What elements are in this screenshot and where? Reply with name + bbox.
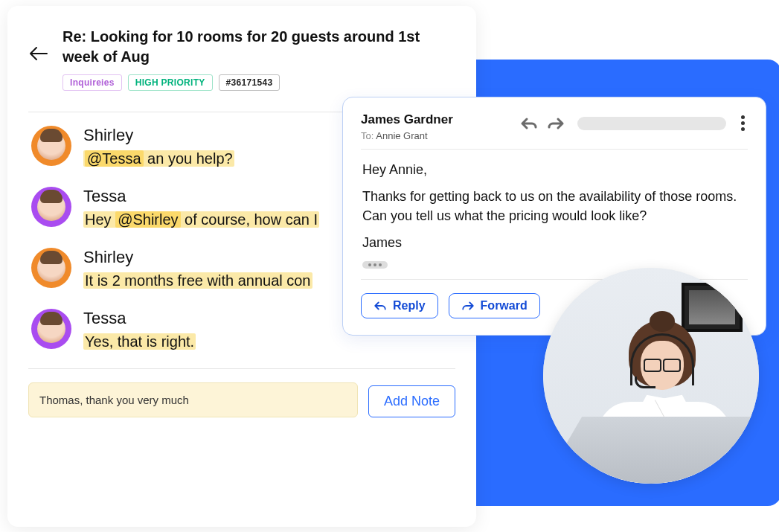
agent-photo	[543, 268, 759, 484]
message-text: It is 2 months free with annual con	[83, 272, 312, 289]
message-text: Hey @Shirley of course, how can I	[83, 211, 319, 228]
tag-ticket-id[interactable]: #36171543	[219, 74, 280, 91]
avatar	[31, 187, 71, 227]
placeholder-pill	[577, 117, 726, 130]
tag-priority[interactable]: HIGH PRIORITY	[128, 74, 213, 91]
thread-header: Re: Looking for 10 rooms for 20 guests a…	[28, 27, 455, 91]
mention[interactable]: @Tessa	[85, 150, 144, 167]
email-to: To: Annie Grant	[361, 130, 453, 141]
email-to-name: Annie Grant	[376, 130, 427, 141]
forward-label: Forward	[481, 299, 528, 313]
more-options-icon[interactable]	[738, 112, 748, 134]
avatar	[31, 248, 71, 288]
reply-button[interactable]: Reply	[361, 293, 438, 318]
reply-label: Reply	[393, 299, 426, 313]
divider	[361, 149, 748, 150]
email-greeting: Hey Annie,	[362, 160, 746, 179]
message-text: @Tessa an you help?	[83, 150, 234, 167]
note-input[interactable]: Thomas, thank you very much	[28, 382, 358, 417]
forward-button[interactable]: Forward	[449, 293, 540, 318]
email-from: James Gardner	[361, 112, 453, 127]
avatar	[31, 309, 71, 349]
avatar	[31, 126, 71, 166]
back-arrow-icon[interactable]	[28, 43, 49, 64]
redo-icon[interactable]	[546, 116, 565, 131]
mention[interactable]: @Shirley	[115, 211, 180, 228]
typing-indicator-icon	[362, 261, 388, 269]
tag-row: Inquireies HIGH PRIORITY #36171543	[62, 74, 455, 91]
undo-icon[interactable]	[519, 116, 539, 131]
compose-row: Thomas, thank you very much Add Note	[28, 382, 455, 417]
email-paragraph: Thanks for getting back to us on the ava…	[362, 187, 746, 225]
tag-inquiries[interactable]: Inquireies	[62, 74, 122, 91]
divider	[28, 368, 455, 369]
email-signoff: James	[362, 233, 746, 252]
email-body: Hey Annie, Thanks for getting back to us…	[361, 160, 748, 272]
email-to-label: To:	[361, 130, 374, 141]
thread-subject: Re: Looking for 10 rooms for 20 guests a…	[62, 27, 455, 67]
add-note-button[interactable]: Add Note	[368, 385, 455, 417]
message-text: Yes, that is right.	[83, 333, 196, 350]
